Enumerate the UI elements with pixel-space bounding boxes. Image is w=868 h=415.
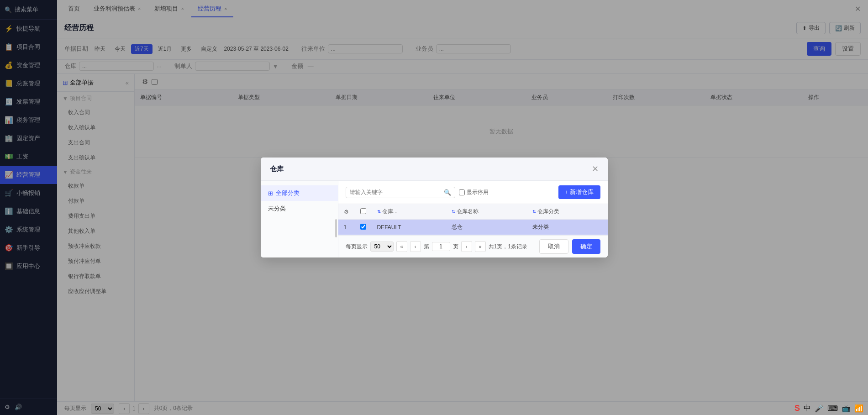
- modal-toolbar: 🔍 显示停用 + 新增仓库: [338, 181, 608, 204]
- modal-search-box[interactable]: 🔍: [346, 187, 455, 198]
- show-disabled-checkbox[interactable]: [459, 189, 465, 195]
- modal-col-category: ⇅ 仓库分类: [527, 204, 608, 220]
- tree-scrollbar[interactable]: [335, 219, 337, 237]
- search-icon[interactable]: 🔍: [444, 189, 451, 196]
- row-settings[interactable]: 1: [338, 220, 355, 235]
- taskbar-mic-icon[interactable]: 🎤: [815, 404, 824, 413]
- tree-item-unclassified[interactable]: 未分类: [261, 201, 338, 216]
- taskbar-keyboard-icon[interactable]: ⌨: [827, 404, 838, 413]
- modal-per-page-select[interactable]: 50 100: [370, 242, 394, 252]
- taskbar-logo: S: [794, 404, 800, 413]
- warehouse-modal: 仓库 ✕ ⊞ 全部分类 未分类: [261, 158, 608, 257]
- modal-overlay[interactable]: 仓库 ✕ ⊞ 全部分类 未分类: [0, 0, 868, 415]
- modal-table: ⚙ ⇅ 仓库... ⇅ 仓库名称: [338, 204, 608, 235]
- modal-col-code: ⇅ 仓库...: [372, 204, 447, 220]
- taskbar-tv-icon[interactable]: 📺: [842, 404, 851, 413]
- col-name-sort-icon[interactable]: ⇅: [452, 209, 455, 214]
- add-warehouse-button[interactable]: + 新增仓库: [558, 185, 600, 199]
- modal-next-btn[interactable]: ›: [461, 241, 472, 252]
- modal-page-label: 第: [424, 243, 429, 251]
- modal-page-suffix: 页: [453, 243, 458, 251]
- col-cat-sort-icon[interactable]: ⇅: [532, 209, 536, 214]
- modal-prev-btn[interactable]: ‹: [410, 241, 421, 252]
- modal-page-input[interactable]: [432, 242, 450, 251]
- modal-table-wrap: ⚙ ⇅ 仓库... ⇅ 仓库名称: [338, 204, 608, 235]
- row-checkbox[interactable]: [355, 220, 372, 235]
- modal-footer: 每页显示 50 100 « ‹ 第 页 › » 共1页，1条记录: [338, 235, 608, 257]
- modal-confirm-button[interactable]: 确定: [572, 239, 600, 254]
- modal-col-settings[interactable]: ⚙: [338, 204, 355, 220]
- modal-cancel-button[interactable]: 取消: [539, 239, 568, 254]
- modal-per-page-label: 每页显示: [346, 243, 368, 251]
- modal-footer-actions: 取消 确定: [539, 239, 600, 254]
- modal-col-checkbox: [355, 204, 372, 220]
- grid-icon-tree: ⊞: [268, 190, 273, 197]
- taskbar-wifi-icon[interactable]: 📶: [854, 404, 863, 413]
- taskbar-zh-icon[interactable]: 中: [804, 404, 811, 413]
- taskbar-icons: S 中 🎤 ⌨ 📺 📶: [790, 401, 868, 415]
- tree-unclassified-label: 未分类: [268, 205, 286, 213]
- tree-item-all[interactable]: ⊞ 全部分类: [261, 185, 338, 201]
- row-category: 未分类: [527, 220, 608, 235]
- select-all-checkbox[interactable]: [360, 208, 366, 214]
- row-name: 总仓: [446, 220, 527, 235]
- modal-table-row[interactable]: 1 DEFAULT 总仓 未分类: [338, 220, 608, 235]
- modal-close-button[interactable]: ✕: [592, 164, 599, 174]
- modal-tree: ⊞ 全部分类 未分类: [261, 181, 338, 257]
- row-code: DEFAULT: [372, 220, 447, 235]
- tree-all-label: 全部分类: [276, 189, 300, 197]
- row-select-checkbox[interactable]: [360, 224, 366, 230]
- modal-total-label: 共1页，1条记录: [489, 243, 527, 251]
- modal-right: 🔍 显示停用 + 新增仓库 ⚙: [338, 181, 608, 257]
- modal-search-input[interactable]: [350, 189, 444, 195]
- show-disabled-label[interactable]: 显示停用: [459, 189, 489, 196]
- col-code-sort-icon[interactable]: ⇅: [377, 209, 381, 214]
- modal-header: 仓库 ✕: [261, 158, 608, 181]
- modal-first-btn[interactable]: «: [396, 241, 407, 252]
- modal-body: ⊞ 全部分类 未分类 🔍 显示停用: [261, 181, 608, 257]
- modal-title: 仓库: [270, 165, 284, 173]
- modal-pagination: 每页显示 50 100 « ‹ 第 页 › » 共1页，1条记录: [346, 241, 527, 252]
- modal-col-name: ⇅ 仓库名称: [446, 204, 527, 220]
- modal-last-btn[interactable]: »: [475, 241, 486, 252]
